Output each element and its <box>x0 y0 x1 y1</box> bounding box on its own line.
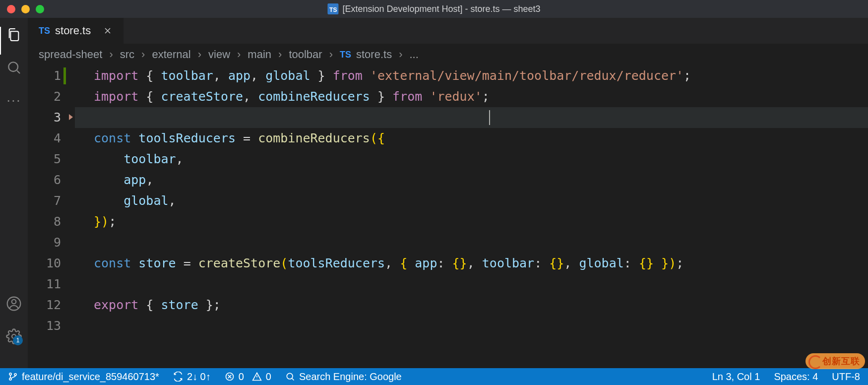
code-content[interactable]: import { toolbar, app, global } from 'ex… <box>75 65 868 368</box>
cursor-position[interactable]: Ln 3, Col 1 <box>712 371 760 383</box>
window-maximize-button[interactable] <box>36 5 44 13</box>
svg-point-2 <box>12 300 16 304</box>
search-icon[interactable] <box>6 60 22 75</box>
window-title: [Extension Development Host] - store.ts … <box>342 4 540 14</box>
chevron-right-icon: › <box>273 48 287 61</box>
breadcrumb-item[interactable]: toolbar <box>289 48 322 61</box>
activity-overflow-icon[interactable]: ··· <box>6 92 21 108</box>
svg-point-8 <box>287 373 293 379</box>
svg-point-0 <box>8 62 18 71</box>
accounts-icon[interactable] <box>6 296 22 312</box>
titlebar: TS [Extension Development Host] - store.… <box>0 0 868 18</box>
chevron-right-icon: › <box>193 48 206 61</box>
problems-status[interactable]: 0 0 <box>225 371 271 383</box>
editor-area[interactable]: 12345678910111213 import { toolbar, app,… <box>28 65 868 368</box>
chevron-right-icon: › <box>104 48 118 61</box>
breadcrumb-item[interactable]: view <box>208 48 230 61</box>
activity-bar: ··· 1 <box>0 18 28 368</box>
breadcrumb-tail[interactable]: ... <box>409 48 418 61</box>
chevron-right-icon: › <box>394 48 407 61</box>
watermark: 创新互联 <box>806 353 865 369</box>
ts-file-icon: TS <box>327 3 338 14</box>
svg-point-5 <box>9 378 11 380</box>
close-icon[interactable] <box>103 26 113 36</box>
window-minimize-button[interactable] <box>21 5 30 13</box>
settings-icon[interactable]: 1 <box>6 328 22 344</box>
breadcrumb-item[interactable]: spread-sheet <box>39 48 102 61</box>
breadcrumb[interactable]: spread-sheet›src›external›view›main›tool… <box>28 44 868 65</box>
ts-file-icon: TS <box>39 26 50 36</box>
indentation-status[interactable]: Spaces: 4 <box>774 371 818 383</box>
line-gutter: 12345678910111213 <box>28 65 75 368</box>
breadcrumb-file[interactable]: store.ts <box>356 48 392 61</box>
breadcrumb-item[interactable]: external <box>152 48 190 61</box>
ts-file-icon: TS <box>340 50 351 60</box>
breadcrumb-item[interactable]: src <box>120 48 134 61</box>
chevron-right-icon: › <box>324 48 338 61</box>
breadcrumb-item[interactable]: main <box>248 48 271 61</box>
editor-tabs: TS store.ts <box>28 18 868 44</box>
tab-filename: store.ts <box>55 24 91 37</box>
status-bar: feature/di_service_859460713* 2↓ 0↑ 0 0 … <box>0 368 868 385</box>
search-engine-status[interactable]: Search Engine: Google <box>285 371 402 383</box>
window-close-button[interactable] <box>7 5 15 13</box>
chevron-right-icon: › <box>136 48 150 61</box>
sync-status[interactable]: 2↓ 0↑ <box>173 371 211 383</box>
svg-point-6 <box>14 374 16 376</box>
explorer-icon[interactable] <box>6 27 22 43</box>
chevron-right-icon: › <box>232 48 246 61</box>
svg-point-4 <box>9 373 11 375</box>
settings-badge: 1 <box>13 335 23 345</box>
tab-store-ts[interactable]: TS store.ts <box>28 18 124 44</box>
encoding-status[interactable]: UTF-8 <box>832 371 860 383</box>
git-branch[interactable]: feature/di_service_859460713* <box>8 371 159 383</box>
